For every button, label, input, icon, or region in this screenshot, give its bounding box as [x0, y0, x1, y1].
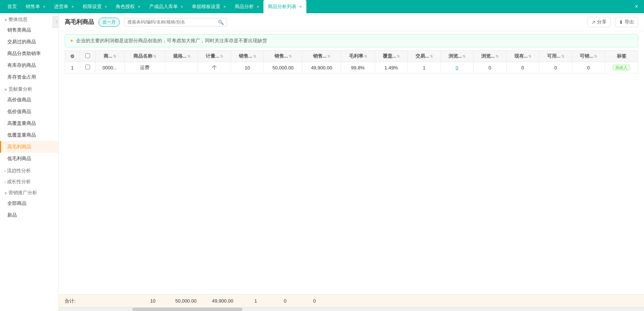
- col-header-salesAmount[interactable]: 销售...⇅: [264, 51, 302, 62]
- col-header-code[interactable]: 商...⇅: [95, 51, 125, 62]
- nav-item-商品分析列表[interactable]: 商品分析列表×: [263, 0, 306, 13]
- footer-sales-profit: 49,900.00: [204, 298, 241, 304]
- nav-close-icon[interactable]: ×: [43, 0, 45, 13]
- sort-icon: ⇅: [496, 54, 499, 58]
- row-checkbox[interactable]: [80, 62, 95, 73]
- sort-icon: ⇅: [187, 54, 190, 58]
- table-row[interactable]: 10000...运费个1050,000.0049,900.0099.8%1.49…: [65, 62, 638, 73]
- row-saleable: 0: [572, 62, 605, 73]
- col-header-salesQty[interactable]: 销售...⇅: [231, 51, 263, 62]
- col-header-current[interactable]: 现有...⇅: [506, 51, 539, 62]
- col-header-views2[interactable]: 浏览...⇅: [474, 51, 506, 62]
- col-header-grossMargin[interactable]: 毛利率⇅: [341, 51, 375, 62]
- row-name: 运费: [125, 62, 165, 73]
- info-banner: ✦ 企业的主要的利润都是这部分商品创造的，可考虑加大推广，同时关注库存是不要出现…: [65, 34, 638, 47]
- nav-item-产成品入库单[interactable]: 产成品入库单×: [145, 0, 187, 13]
- share-icon: ↗: [591, 19, 596, 25]
- sidebar-item-销售类商品[interactable]: 销售类商品: [0, 24, 58, 36]
- search-icon[interactable]: 🔍: [218, 19, 224, 25]
- row-index: 1: [65, 62, 80, 73]
- nav-close-icon[interactable]: ×: [257, 0, 259, 13]
- footer-values: 10 50,000.00 49,900.00 1 0 0: [138, 298, 638, 304]
- scrollbar-thumb[interactable]: [132, 308, 242, 311]
- col-header-coverage[interactable]: 覆盖...⇅: [375, 51, 407, 62]
- sort-icon: ⇅: [561, 54, 564, 58]
- sidebar-item-库存资金占用[interactable]: 库存资金占用: [0, 71, 58, 83]
- row-code: 0000...: [95, 62, 125, 73]
- col-header-unit[interactable]: 计量...⇅: [198, 51, 231, 62]
- nav-item-首页[interactable]: 首页: [3, 0, 21, 13]
- nav-close-icon[interactable]: ×: [223, 0, 226, 13]
- row-sales-profit: 49,900.00: [302, 62, 341, 73]
- sidebar-item-高毛利商品[interactable]: 高毛利商品: [0, 141, 58, 153]
- chevron-icon: ∨: [4, 87, 7, 91]
- main-layout: 《 ∨整体信息销售类商品交易过的商品商品分类助销率有库存的商品库存资金占用∨贡献…: [0, 13, 644, 311]
- col-header-saleable[interactable]: 可销...⇅: [572, 51, 605, 62]
- select-all-checkbox[interactable]: [85, 53, 90, 58]
- sidebar-item-高覆盖量商品[interactable]: 高覆盖量商品: [0, 117, 58, 129]
- nav-close-icon[interactable]: ×: [299, 0, 302, 13]
- sidebar-collapse-button[interactable]: 《: [53, 16, 58, 28]
- top-navigation: 首页销售单×进货单×权限设置×角色授权×产成品入库单×单据模板设置×商品分析×商…: [0, 0, 644, 13]
- row-tag: 高收入: [605, 62, 638, 73]
- sidebar-item-低覆盖量商品[interactable]: 低覆盖量商品: [0, 129, 58, 141]
- settings-icon[interactable]: ⚙: [70, 54, 75, 59]
- col-header-salesProfit[interactable]: 销售...⇅: [302, 51, 341, 62]
- footer-sales-amount: 50,000.00: [168, 298, 204, 304]
- sidebar-item-新品[interactable]: 新品: [0, 209, 58, 221]
- footer-transactions: 1: [241, 298, 270, 304]
- sidebar-item-有库存的商品[interactable]: 有库存的商品: [0, 59, 58, 71]
- search-input[interactable]: [127, 19, 218, 25]
- nav-item-单据模板设置[interactable]: 单据模板设置×: [187, 0, 230, 13]
- data-table: ⚙商...⇅商品名称⇅规格...⇅计量...⇅销售...⇅销售...⇅销售...…: [65, 50, 638, 73]
- col-header-transactions[interactable]: 交易...⇅: [408, 51, 440, 62]
- sort-icon: ⇅: [430, 54, 433, 58]
- info-icon: ✦: [69, 38, 74, 44]
- window-close-button[interactable]: ×: [632, 3, 641, 10]
- nav-close-icon[interactable]: ×: [105, 0, 107, 13]
- export-icon: ⬇: [619, 19, 623, 25]
- chevron-icon: ∨: [4, 191, 7, 195]
- footer-summary: 合计: 10 50,000.00 49,900.00 1 0 0: [59, 294, 644, 307]
- col-header-views1[interactable]: 浏览...⇅: [440, 51, 473, 62]
- nav-item-权限设置[interactable]: 权限设置×: [78, 0, 111, 13]
- content-header: 高毛利商品 近一月 🔍 ↗ 分享 ⬇ 导出: [59, 13, 644, 31]
- sort-icon: ⇅: [289, 54, 292, 58]
- chevron-icon: ∨: [4, 18, 7, 22]
- filter-recent-month[interactable]: 近一月: [98, 18, 120, 27]
- sort-icon: ⇅: [327, 54, 330, 58]
- table-container[interactable]: ⚙商...⇅商品名称⇅规格...⇅计量...⇅销售...⇅销售...⇅销售...…: [59, 50, 644, 294]
- row-sales-qty: 10: [231, 62, 263, 73]
- nav-item-商品分析[interactable]: 商品分析×: [230, 0, 263, 13]
- nav-close-icon[interactable]: ×: [138, 0, 140, 13]
- row-available: 0: [539, 62, 572, 73]
- row-coverage: 1.49%: [375, 62, 407, 73]
- col-header-name[interactable]: 商品名称⇅: [125, 51, 165, 62]
- sidebar-item-交易过的商品[interactable]: 交易过的商品: [0, 36, 58, 48]
- sidebar-section-成长性分析[interactable]: ›成长性分析: [0, 176, 58, 187]
- share-button[interactable]: ↗ 分享: [587, 17, 611, 27]
- nav-item-进货单[interactable]: 进货单×: [50, 0, 78, 13]
- sidebar-item-高价值商品[interactable]: 高价值商品: [0, 94, 58, 106]
- col-header-spec[interactable]: 规格...⇅: [165, 51, 198, 62]
- content-area: 高毛利商品 近一月 🔍 ↗ 分享 ⬇ 导出 ✦ 企业的主要的利润都是这部分商品创…: [59, 13, 644, 311]
- sidebar-section-营销推广分析[interactable]: ∨营销推广分析: [0, 187, 58, 198]
- nav-close-icon[interactable]: ×: [71, 0, 73, 13]
- col-header-available[interactable]: 可用...⇅: [539, 51, 572, 62]
- nav-close-icon[interactable]: ×: [181, 0, 183, 13]
- nav-item-销售单[interactable]: 销售单×: [21, 0, 50, 13]
- sidebar-item-全部商品[interactable]: 全部商品: [0, 198, 58, 209]
- sidebar-section-贡献量分析[interactable]: ∨贡献量分析: [0, 83, 58, 94]
- sidebar-item-低价值商品[interactable]: 低价值商品: [0, 106, 58, 117]
- sidebar-section-流趋性分析[interactable]: ›流趋性分析: [0, 164, 58, 176]
- footer-current: 0: [270, 298, 300, 304]
- export-button[interactable]: ⬇ 导出: [615, 17, 638, 27]
- row-spec: [165, 62, 198, 73]
- row-unit: 个: [198, 62, 231, 73]
- row-views2: 0: [474, 62, 506, 73]
- horizontal-scrollbar[interactable]: [59, 307, 644, 311]
- sidebar-item-商品分类助销率[interactable]: 商品分类助销率: [0, 48, 58, 59]
- sidebar-section-整体信息[interactable]: ∨整体信息: [0, 13, 58, 24]
- sidebar-item-低毛利商品[interactable]: 低毛利商品: [0, 153, 58, 164]
- nav-item-角色授权[interactable]: 角色授权×: [111, 0, 144, 13]
